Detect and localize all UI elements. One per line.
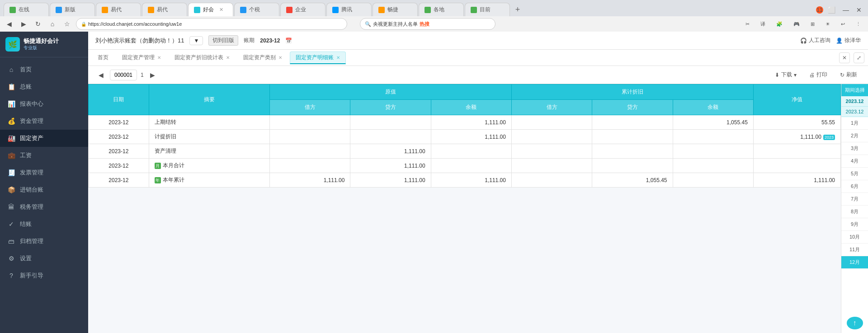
layout-tool[interactable]: ⊞	[807, 20, 818, 28]
sidebar-item-settlement[interactable]: ✓ 结账	[0, 216, 88, 233]
tab-minimize-icon[interactable]: —	[840, 5, 852, 14]
service-button[interactable]: 🎧 人工咨询	[800, 37, 830, 44]
refresh-action-button[interactable]: ↻ 刷新	[836, 69, 861, 80]
tab-favicon-muqian	[471, 7, 477, 13]
theme-tool[interactable]: ☀	[822, 20, 834, 28]
prev-record-button[interactable]: ◀	[95, 70, 106, 80]
record-number-input[interactable]	[110, 70, 137, 80]
bookmark-button[interactable]: ☆	[61, 19, 72, 29]
cell-date-0: 2023-12	[89, 115, 149, 130]
period-month-1[interactable]: 1月	[841, 117, 868, 130]
tab-expand-button[interactable]: ⤢	[854, 52, 864, 63]
sidebar-item-fixed-assets[interactable]: 🏭 固定资产	[0, 130, 88, 147]
period-month-9[interactable]: 9月	[841, 218, 868, 231]
switch-version-button[interactable]: 切到旧版	[208, 35, 238, 46]
tab-label-tengxun: 腾讯	[341, 6, 352, 14]
account-selector[interactable]: ▼	[189, 36, 203, 45]
page-tab-home[interactable]: 首页	[92, 52, 114, 64]
asset-detail-table: 日期 摘要 原值 累计折旧 净值	[88, 84, 841, 188]
period-month-6[interactable]: 6月	[841, 180, 868, 193]
tab-close-haohui[interactable]: ✕	[219, 7, 223, 13]
th-original-value: 原值	[270, 84, 512, 100]
sidebar-item-funds[interactable]: 💰 资金管理	[0, 113, 88, 130]
browser-tab-zaixin[interactable]: 在线	[4, 3, 49, 16]
browser-tab-xinban[interactable]: 新版	[50, 3, 95, 16]
browser-tab-gedi[interactable]: 各地	[419, 3, 464, 16]
sidebar-header: 🌿 畅捷通好会计 专业版	[0, 32, 88, 57]
page-tab-close-fixed-asset-mgmt[interactable]: ✕	[157, 55, 161, 60]
period-month-3[interactable]: 3月	[841, 142, 868, 155]
home-button[interactable]: ⌂	[47, 19, 58, 29]
sidebar-item-payroll[interactable]: 💼 工资	[0, 147, 88, 164]
back-button[interactable]: ◀	[4, 19, 14, 29]
more-tool[interactable]: ⋮	[852, 20, 864, 28]
period-month-2[interactable]: 2月	[841, 130, 868, 142]
browser-tab-yidai2[interactable]: 易代	[142, 3, 187, 16]
browser-tab-tengxun[interactable]: 腾讯	[326, 3, 372, 16]
download-chevron: ▾	[794, 72, 797, 78]
period-month-7[interactable]: 7月	[841, 193, 868, 206]
user-profile-button[interactable]: 👤 徐泽华	[836, 37, 861, 44]
cell-summary-0: 上期结转	[149, 115, 269, 130]
sidebar-item-guide[interactable]: ? 新手引导	[0, 267, 88, 284]
page-tabs: 首页 固定资产管理 ✕ 固定资产折旧统计表 ✕ 固定资产类别 ✕ 固定资产明细账…	[88, 50, 868, 66]
pagination-actions: ⬇ 下载 ▾ 🖨 打印 ↻ 刷新	[771, 69, 861, 80]
tab-close-all-button[interactable]: ✕	[839, 52, 850, 63]
browser-tab-geshui[interactable]: 个税	[234, 3, 279, 16]
page-tab-close-asset-detail[interactable]: ✕	[336, 55, 340, 60]
tab-favicon-changjie	[378, 7, 385, 13]
sidebar-item-home[interactable]: ⌂ 首页	[0, 61, 88, 78]
search-text: 央视更新主持人名单	[373, 21, 418, 28]
url-input[interactable]: 🔒 https://cloud.chanjet.com/accounting/u…	[76, 18, 347, 30]
period-up-area: ↑	[841, 313, 868, 333]
page-tab-close-depreciation-stats[interactable]: ✕	[226, 55, 230, 60]
calendar-icon[interactable]: 📅	[285, 38, 292, 44]
period-year-display[interactable]: 2023.12	[841, 107, 868, 117]
refresh-button[interactable]: ↻	[33, 19, 43, 29]
tab-label-gedi: 各地	[434, 6, 444, 14]
period-month-5[interactable]: 5月	[841, 168, 868, 180]
page-tab-asset-detail[interactable]: 固定资产明细账 ✕	[290, 52, 346, 64]
sidebar-item-tax[interactable]: 🏛 税务管理	[0, 198, 88, 216]
new-tab-button[interactable]: +	[511, 3, 524, 16]
print-label: 打印	[816, 71, 827, 79]
extension-tool[interactable]: 🧩	[773, 20, 786, 28]
tab-close-browser-icon[interactable]: ✕	[854, 5, 864, 14]
forward-button[interactable]: ▶	[18, 19, 29, 29]
browser-tab-yidai1[interactable]: 易代	[96, 3, 141, 16]
sidebar-label-guide: 新手引导	[20, 272, 43, 280]
sidebar-item-ledger[interactable]: 📋 总账	[0, 78, 88, 95]
browser-tab-qiye[interactable]: 企业	[280, 3, 326, 16]
game-tool[interactable]: 🎮	[790, 20, 803, 28]
sidebar-item-archive[interactable]: 🗃 归档管理	[0, 233, 88, 250]
sidebar-item-reports[interactable]: 📊 报表中心	[0, 95, 88, 113]
cell-accum-balance-3	[673, 159, 753, 173]
page-tab-fixed-asset-mgmt[interactable]: 固定资产管理 ✕	[116, 52, 167, 64]
period-month-11[interactable]: 11月	[841, 244, 868, 256]
browser-tab-changjie[interactable]: 畅捷	[373, 3, 418, 16]
period-scroll-up-button[interactable]: ↑	[847, 317, 863, 329]
period-month-4[interactable]: 4月	[841, 155, 868, 168]
page-tab-close-asset-category[interactable]: ✕	[278, 55, 282, 60]
sidebar-item-invoice[interactable]: 🧾 发票管理	[0, 164, 88, 181]
cell-orig-credit-4: 1,111.00	[350, 173, 431, 188]
browser-tab-muqian[interactable]: 目前	[465, 3, 510, 16]
page-tab-depreciation-stats[interactable]: 固定资产折旧统计表 ✕	[169, 52, 236, 64]
tab-restore-icon[interactable]: ⬜	[825, 5, 838, 14]
browser-tab-haohui[interactable]: 好会 ✕	[188, 3, 233, 16]
period-year-selected[interactable]: 2023.12	[841, 96, 868, 107]
period-month-10[interactable]: 10月	[841, 231, 868, 244]
print-button[interactable]: 🖨 打印	[806, 69, 831, 80]
scissors-tool[interactable]: ✂	[742, 20, 753, 28]
sidebar-item-inventory[interactable]: 📦 进销台账	[0, 181, 88, 198]
page-tab-asset-category[interactable]: 固定资产类别 ✕	[237, 52, 288, 64]
period-month-12[interactable]: 12月	[841, 256, 868, 269]
next-record-button[interactable]: ▶	[147, 70, 158, 80]
period-month-8[interactable]: 8月	[841, 206, 868, 218]
undo-tool[interactable]: ↩	[837, 20, 849, 28]
translate-tool[interactable]: 译	[757, 20, 769, 28]
sidebar-item-settings[interactable]: ⚙ 设置	[0, 250, 88, 267]
download-button[interactable]: ⬇ 下载 ▾	[771, 69, 800, 80]
search-input[interactable]: 🔍 央视更新主持人名单 热搜	[360, 18, 495, 30]
period-label: 账期	[244, 37, 255, 44]
